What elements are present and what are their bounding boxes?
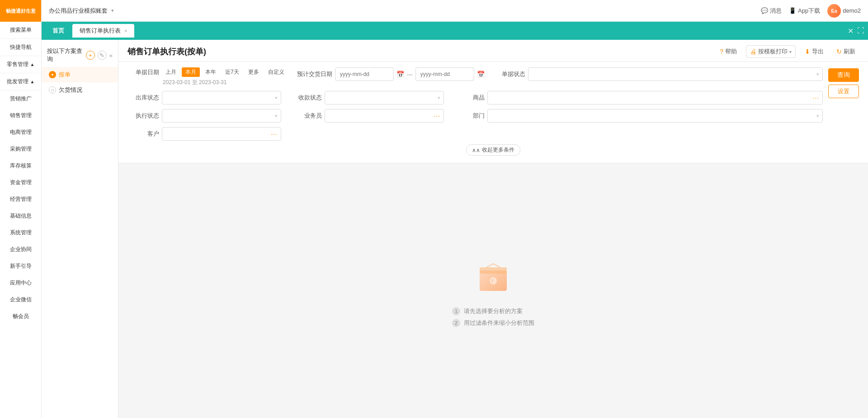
sidebar-item-wholesale[interactable]: 批发管理 ▲ [0, 73, 41, 90]
customer-input[interactable] [162, 127, 281, 141]
exec-status-select[interactable] [162, 109, 281, 123]
export-icon: ⬇ [805, 48, 810, 55]
date-tabs: 上月 本月 本年 近7天 更多 自定义 [162, 67, 288, 77]
refresh-icon: ↻ [836, 48, 842, 55]
retail-arrow-icon: ▲ [30, 62, 35, 67]
collapse-chevron-icon: ∧∧ [472, 147, 480, 153]
status-label: 单据状态 [494, 70, 525, 78]
user-profile-btn[interactable]: Ea demo2 [827, 4, 861, 18]
export-btn[interactable]: ⬇ 导出 [801, 46, 827, 57]
refresh-btn[interactable]: ↻ 刷新 [833, 46, 859, 57]
date-tab-thismonth[interactable]: 本月 [182, 67, 200, 77]
expected-date-label: 预计交货日期 [297, 70, 332, 78]
sidebar-item-enterprise[interactable]: 企业协同 [0, 241, 41, 258]
filter-right-btns: 查询 设置 [828, 67, 859, 98]
svg-text:!: ! [491, 278, 493, 285]
print-icon: 🖨 [750, 48, 756, 55]
sidebar-logo: 畅捷通好生意 [0, 0, 41, 22]
sidebar-item-basics[interactable]: 基础信息 [0, 208, 41, 224]
collapse-row: ∧∧ 收起更多条件 [127, 141, 859, 157]
menu-circle-icon: ○ [49, 86, 56, 94]
left-panel-icons: + ✎ « [86, 51, 113, 60]
left-panel: 按以下方案查询 + ✎ « ● 按单 ○ 欠货情况 [42, 40, 118, 418]
page-title: 销售订单执行表(按单) [127, 46, 206, 57]
query-button[interactable]: 查询 [828, 68, 859, 82]
sidebar-item-marketing[interactable]: 营销推广 [0, 90, 41, 107]
sidebar-item-sales[interactable]: 销售管理 [0, 107, 41, 124]
sidebar-item-operations[interactable]: 经营管理 [0, 191, 41, 208]
collapse-more-btn[interactable]: ∧∧ 收起更多条件 [466, 144, 520, 156]
tab-sales-order[interactable]: 销售订单执行表 × [72, 24, 134, 38]
empty-state-icon: ! [471, 255, 516, 300]
sidebar-item-retail[interactable]: 零售管理 ▲ [0, 56, 41, 73]
sidebar-item-inventory[interactable]: 库存核算 [0, 157, 41, 174]
nav-title: 办公用品行业模拟账套 [49, 7, 108, 15]
date-tab-custom[interactable]: 自定义 [264, 67, 288, 77]
sidebar-item-system[interactable]: 系统管理 [0, 224, 41, 241]
svg-rect-1 [480, 267, 507, 274]
edit-scheme-btn[interactable]: ✎ [98, 51, 107, 60]
print-dropdown-icon: ▾ [789, 49, 792, 54]
collection-status-label: 收款状态 [290, 94, 322, 102]
salesperson-more-icon[interactable]: ··· [434, 112, 440, 119]
sidebar-item-appcenter[interactable]: 应用中心 [0, 275, 41, 291]
menu-dot-icon: ● [49, 71, 56, 78]
date-tab-lastmonth[interactable]: 上月 [162, 67, 180, 77]
goods-input[interactable] [487, 91, 823, 104]
settings-button[interactable]: 设置 [828, 85, 859, 98]
date-separator: — [407, 71, 413, 78]
date-tab-thisyear[interactable]: 本年 [202, 67, 220, 77]
menu-item-by-order[interactable]: ● 按单 [42, 67, 118, 82]
top-header-left: 办公用品行业模拟账套 ▾ [49, 7, 114, 15]
tab-close-icon[interactable]: × [124, 28, 127, 33]
customer-more-icon[interactable]: ··· [271, 130, 278, 138]
goods-more-icon[interactable]: ··· [812, 94, 819, 101]
department-select[interactable] [487, 109, 823, 123]
empty-text-list: 1 请先选择要分析的方案 2 用过滤条件来缩小分析范围 [452, 307, 534, 327]
help-btn[interactable]: ? 帮助 [716, 46, 741, 57]
top-header-right: 💬 消息 📱 App下载 Ea demo2 [761, 4, 861, 18]
sidebar-item-member[interactable]: 畅会员 [0, 308, 41, 325]
nav-dropdown-icon[interactable]: ▾ [111, 8, 114, 14]
date-tab-7days[interactable]: 近7天 [222, 67, 243, 77]
date-tab-more[interactable]: 更多 [245, 67, 263, 77]
collapse-panel-icon[interactable]: « [109, 52, 113, 59]
app-download-icon: 📱 [789, 7, 796, 14]
date-range-text: 2023-03-01 至 2023-03-31 [163, 79, 226, 86]
filter-main: 单据日期 上月 本月 本年 近7天 更多 自定义 [127, 67, 859, 141]
message-icon: 💬 [761, 7, 768, 14]
template-print-btn[interactable]: 🖨 按模板打印 ▾ [746, 45, 796, 58]
delivery-status-label: 出库状态 [127, 94, 159, 102]
expected-date-end-input[interactable] [415, 67, 474, 81]
sidebar-item-finance[interactable]: 资金管理 [0, 174, 41, 191]
sidebar-item-purchase[interactable]: 采购管理 [0, 141, 41, 157]
tab-home[interactable]: 首页 [45, 24, 71, 38]
app-download-btn[interactable]: 📱 App下载 [789, 7, 820, 15]
svg-point-2 [490, 277, 497, 285]
sidebar-item-search[interactable]: 搜索菜单 [0, 22, 41, 39]
empty-state: ! 1 请先选择要分析的方案 2 用过滤条件来缩小分析范围 [118, 163, 868, 418]
messages-btn[interactable]: 💬 消息 [761, 7, 782, 15]
status-select[interactable] [528, 67, 823, 81]
expected-date-start-input[interactable] [335, 67, 394, 81]
expected-date-start-calendar-icon[interactable]: 📅 [396, 71, 404, 78]
sidebar-section-retail: 零售管理 ▲ [0, 56, 41, 73]
sidebar-item-newuser[interactable]: 新手引导 [0, 258, 41, 275]
sidebar-item-wechat[interactable]: 企业微信 [0, 291, 41, 308]
page-area: 按以下方案查询 + ✎ « ● 按单 ○ 欠货情况 销售订单执行表(按单) [42, 40, 868, 418]
collection-status-select[interactable] [325, 91, 444, 104]
tab-expand-icon[interactable]: ⛶ [857, 27, 864, 35]
sidebar: 畅捷通好生意 搜索菜单 快捷导航 零售管理 ▲ 批发管理 ▲ 营销推广 销售管理… [0, 0, 42, 418]
add-scheme-btn[interactable]: + [86, 51, 95, 60]
sidebar-item-quicknav[interactable]: 快捷导航 [0, 39, 41, 56]
customer-label: 客户 [127, 130, 159, 138]
delivery-status-select[interactable] [162, 91, 281, 104]
avatar: Ea [827, 4, 841, 18]
salesperson-input[interactable] [325, 109, 444, 123]
menu-item-shortage[interactable]: ○ 欠货情况 [42, 82, 118, 98]
empty-text-1: 1 请先选择要分析的方案 [452, 307, 534, 315]
sidebar-item-ecommerce[interactable]: 电商管理 [0, 124, 41, 141]
date-label: 单据日期 [127, 68, 159, 76]
tab-close-window-icon[interactable]: ✕ [848, 27, 854, 35]
expected-date-end-calendar-icon[interactable]: 📅 [477, 71, 485, 78]
